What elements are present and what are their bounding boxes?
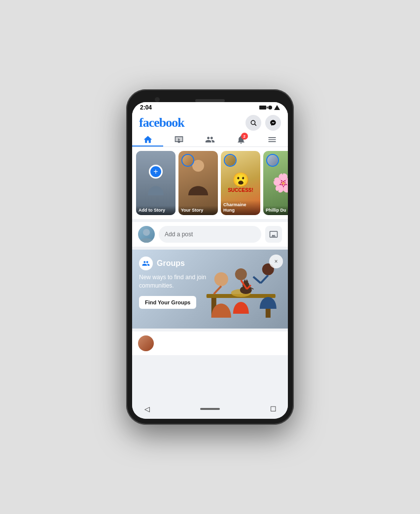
status-icons (259, 105, 280, 110)
promo-close-button[interactable]: × (269, 255, 283, 268)
next-post-preview (132, 331, 288, 355)
signal-strength-icon (274, 105, 280, 110)
add-plus-button[interactable]: + (149, 165, 163, 179)
messenger-button[interactable] (265, 115, 281, 131)
nav-notifications[interactable]: 2 (226, 131, 257, 147)
photo-upload-button[interactable] (265, 226, 282, 243)
next-post-avatar (138, 335, 154, 351)
back-icon: ◁ (144, 405, 150, 413)
nav-groups[interactable] (194, 131, 225, 147)
nav-menu[interactable] (257, 131, 288, 147)
your-story-label: Your Story (178, 206, 218, 215)
add-post-input[interactable]: Add a post (159, 226, 261, 243)
recent-apps-icon: ☐ (270, 405, 277, 413)
groups-promo-card: Groups New ways to find and join communi… (132, 250, 288, 329)
home-indicator[interactable] (200, 408, 220, 410)
header-action-icons (245, 115, 281, 131)
svg-line-1 (255, 124, 256, 126)
recent-apps-button[interactable]: ☐ (266, 402, 280, 416)
back-button[interactable]: ◁ (140, 402, 154, 416)
post-composer: Add a post (132, 222, 288, 247)
groups-title-row: Groups (139, 257, 281, 270)
find-groups-button[interactable]: Find Your Groups (139, 296, 196, 309)
user-avatar (138, 226, 155, 243)
battery-icon (259, 106, 266, 110)
add-to-story-card[interactable]: + Add to Story (136, 151, 175, 215)
charmaine-avatar (224, 154, 237, 167)
nav-home[interactable] (132, 131, 163, 147)
nav-watch[interactable] (163, 131, 194, 147)
main-content: + Add to Story Your Story (132, 147, 288, 399)
phillip-story-card[interactable]: 🌸 Phillip Du (263, 151, 288, 215)
app-header: facebook (132, 112, 288, 131)
add-post-placeholder: Add a post (165, 231, 193, 238)
phone-frame: 2:04 facebook (126, 89, 294, 425)
groups-promo-title: Groups (157, 259, 185, 268)
notification-badge: 2 (241, 133, 248, 140)
phone-screen: 2:04 facebook (132, 102, 288, 419)
charmaine-story-card[interactable]: 😮 SUCCESS! Charmaine Hung (221, 151, 260, 215)
groups-content: Groups New ways to find and join communi… (132, 250, 288, 316)
navigation-bar: 2 (132, 131, 288, 147)
status-time: 2:04 (140, 104, 152, 111)
svg-point-0 (251, 120, 255, 124)
stories-section: + Add to Story Your Story (132, 147, 288, 219)
facebook-logo: facebook (139, 115, 184, 130)
your-story-avatar (181, 154, 194, 167)
bottom-navigation: ◁ ☐ (132, 399, 288, 419)
groups-promo-icon (139, 257, 153, 270)
your-story-card[interactable]: Your Story (178, 151, 218, 215)
groups-promo-desc: New ways to find and join communities. (139, 273, 218, 290)
close-icon: × (274, 258, 278, 265)
signal-dot-icon (268, 106, 272, 110)
search-button[interactable] (245, 115, 261, 131)
phillip-label: Phillip Du (263, 206, 288, 215)
add-story-label: Add to Story (136, 206, 175, 215)
status-bar: 2:04 (132, 102, 288, 112)
phone-speaker (195, 99, 225, 102)
svg-point-5 (143, 229, 150, 236)
phone-camera (155, 97, 160, 102)
charmaine-label: Charmaine Hung (221, 200, 260, 215)
phillip-avatar (266, 154, 279, 167)
